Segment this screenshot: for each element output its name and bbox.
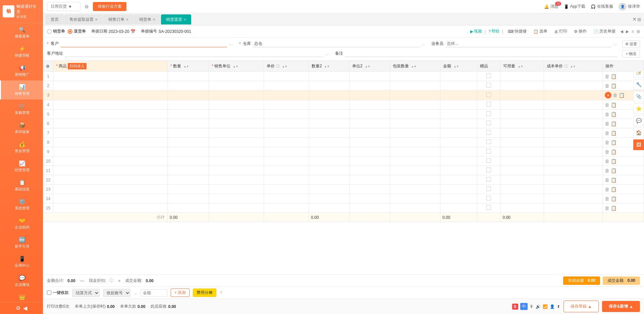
- row-available[interactable]: [500, 203, 544, 213]
- radio-return[interactable]: 退货单: [68, 28, 86, 34]
- row-sales-unit[interactable]: [209, 119, 264, 128]
- row-sales-unit[interactable]: [209, 138, 264, 147]
- row-sales-unit[interactable]: [209, 185, 264, 194]
- row-pack-qty[interactable]: [390, 81, 440, 90]
- row-sales-unit[interactable]: [209, 175, 264, 185]
- row-pack-qty[interactable]: [390, 185, 440, 194]
- sidebar-item-operations[interactable]: 📈 经营管理: [0, 157, 43, 176]
- row-gift[interactable]: [477, 203, 500, 213]
- discount-help[interactable]: ⓘ: [109, 278, 113, 284]
- nav-next[interactable]: ▶: [626, 29, 629, 34]
- row-unit2[interactable]: [349, 147, 390, 156]
- row-quantity[interactable]: [168, 185, 209, 194]
- row-cost-price[interactable]: [544, 81, 603, 90]
- row-pack-qty[interactable]: [390, 110, 440, 119]
- sidebar-item-sales[interactable]: 📊 销售管理: [0, 80, 43, 100]
- settings-btn[interactable]: ⚙ 设置: [622, 40, 640, 48]
- delete-row-btn[interactable]: 🗑: [605, 102, 609, 108]
- view-grid[interactable]: ⊞: [637, 29, 640, 34]
- row-unit2[interactable]: [349, 138, 390, 147]
- gift-checkbox[interactable]: [486, 149, 491, 153]
- row-unit-price[interactable]: [264, 147, 309, 156]
- row-available[interactable]: [500, 166, 544, 175]
- row-product[interactable]: [53, 166, 168, 175]
- warehouse-picker[interactable]: ...: [421, 42, 425, 46]
- row-unit2[interactable]: [349, 90, 390, 100]
- row-quantity2[interactable]: [309, 128, 350, 138]
- row-unit-price[interactable]: [264, 119, 309, 128]
- gift-checkbox[interactable]: [486, 92, 491, 97]
- gift-checkbox[interactable]: [486, 139, 491, 144]
- row-available[interactable]: [500, 147, 544, 156]
- gift-checkbox[interactable]: [486, 102, 491, 107]
- gift-checkbox[interactable]: [486, 111, 491, 116]
- row-sales-unit[interactable]: [209, 166, 264, 175]
- copy-row-btn[interactable]: 📋: [611, 177, 616, 183]
- copy-row-btn[interactable]: 📋: [611, 112, 616, 117]
- toolbar-help[interactable]: ? 帮助: [488, 28, 499, 34]
- sidebar-item-system[interactable]: ⚙️ 系统管理: [0, 195, 43, 214]
- row-available[interactable]: [500, 110, 544, 119]
- row-pack-qty[interactable]: [390, 90, 440, 100]
- row-unit-price[interactable]: [264, 185, 309, 194]
- copy-row-btn[interactable]: 📋: [611, 140, 616, 145]
- delete-row-btn[interactable]: 🗑: [605, 140, 609, 145]
- row-quantity[interactable]: [168, 138, 209, 147]
- row-gift[interactable]: [477, 138, 500, 147]
- tab-close-sales-delivery[interactable]: ✕: [153, 18, 155, 21]
- address-input[interactable]: [65, 50, 323, 57]
- copy-row-btn[interactable]: 📋: [611, 159, 616, 164]
- scan-input-btn[interactable]: 扫码录入: [68, 63, 87, 69]
- row-available[interactable]: [500, 100, 544, 110]
- row-sales-unit[interactable]: [209, 90, 264, 100]
- row-cost-price[interactable]: [544, 100, 603, 110]
- staff-picker[interactable]: ...: [613, 42, 617, 46]
- row-quantity2[interactable]: [309, 194, 350, 203]
- row-unit2[interactable]: [349, 203, 390, 213]
- delete-row-btn[interactable]: 🗑: [605, 159, 609, 164]
- row-product[interactable]: [53, 203, 168, 213]
- delete-row-btn[interactable]: 🗑: [605, 121, 609, 126]
- toolbar-shortcuts[interactable]: ⌨ 快捷键: [506, 27, 529, 35]
- remark-input[interactable]: [345, 50, 616, 57]
- row-unit2[interactable]: [349, 110, 390, 119]
- row-gift[interactable]: [477, 175, 500, 185]
- row-amount[interactable]: [440, 175, 477, 185]
- copy-row-btn[interactable]: 📋: [611, 149, 616, 154]
- account-no-select[interactable]: 收款账号: [103, 289, 130, 297]
- float-item-3[interactable]: 📎: [633, 91, 644, 102]
- float-item-7[interactable]: 🖼: [633, 139, 644, 150]
- row-pack-qty[interactable]: [390, 203, 440, 213]
- toolbar-ops[interactable]: ⚙ 操作: [572, 27, 589, 35]
- row-unit-price[interactable]: [264, 72, 309, 81]
- row-unit-price[interactable]: [264, 81, 309, 90]
- product-input[interactable]: [55, 112, 165, 117]
- row-pack-qty[interactable]: [390, 138, 440, 147]
- delete-row-btn[interactable]: 🗑: [605, 196, 609, 201]
- float-item-2[interactable]: 🔧: [633, 79, 644, 90]
- topbar-gear-icon[interactable]: ⚙: [85, 4, 89, 9]
- row-amount[interactable]: [440, 156, 477, 166]
- row-cost-price[interactable]: [544, 166, 603, 175]
- row-unit2[interactable]: [349, 156, 390, 166]
- row-quantity2[interactable]: [309, 156, 350, 166]
- price-sort[interactable]: ▲▼: [282, 65, 287, 68]
- sidebar-item-inventory[interactable]: 📦 库存核算: [0, 119, 43, 138]
- toolbar-select[interactable]: 📋 选单: [531, 27, 549, 35]
- cost-price-info[interactable]: ⓘ: [564, 64, 568, 68]
- delete-row-btn[interactable]: 🗑: [605, 149, 609, 154]
- row-unit2[interactable]: [349, 81, 390, 90]
- product-input[interactable]: [55, 83, 165, 88]
- row-quantity2[interactable]: [309, 138, 350, 147]
- tab-sales-delivery[interactable]: 销货单 ✕: [134, 14, 160, 24]
- row-quantity[interactable]: [168, 90, 209, 100]
- row-product[interactable]: [53, 81, 168, 90]
- row-available[interactable]: [500, 128, 544, 138]
- copy-row-btn[interactable]: 📋: [611, 83, 616, 88]
- trial-button[interactable]: 体验行业方案: [93, 2, 126, 11]
- row-pack-qty[interactable]: [390, 156, 440, 166]
- row-gift[interactable]: [477, 72, 500, 81]
- row-product[interactable]: [53, 90, 168, 100]
- row-unit-price[interactable]: [264, 166, 309, 175]
- sidebar-item-appstore[interactable]: 📱 应用中心: [0, 252, 43, 271]
